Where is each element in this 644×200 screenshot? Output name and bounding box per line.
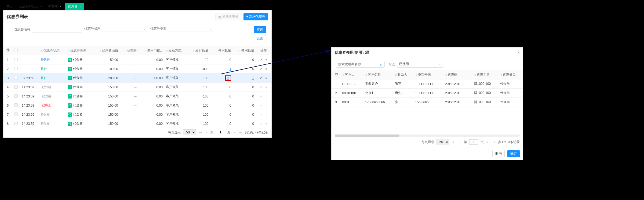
pagination: 每页显示 50 ⇤ ‹ 第 页 › ⇥ 共1页, 49条记录 [3,127,271,137]
qr-icon[interactable]: ⌗ [265,85,268,89]
table-row[interactable]: 4 14 23:59 已过期 代代金券 150.00 -- 0.00 客户领取 … [3,83,271,92]
close-icon[interactable]: × [40,5,42,8]
cancel-button[interactable]: 取消 [492,150,505,157]
col-discount[interactable]: ⇅折扣% [120,46,138,55]
col-coupon-code[interactable]: ⇅优惠码 [443,70,472,79]
status-badge: 已过期 [41,85,52,89]
col-cust-name[interactable]: ⇅客户名称 [363,70,393,79]
col-threshold[interactable]: ⇅使用门槛... [138,46,164,55]
close-icon[interactable]: × [60,5,61,8]
col-gear[interactable] [332,70,341,79]
share-icon: ↗ [259,104,263,107]
col-check[interactable] [12,46,20,55]
share-icon[interactable]: ↗ [259,76,263,80]
chevron-down-icon: ⌵ [210,27,212,30]
row-checkbox[interactable] [14,67,18,70]
horizontal-scrollbar[interactable] [335,134,520,137]
checkbox-all[interactable] [14,49,18,52]
table-row[interactable]: 1 待执行 代代金券 50.00 -- 0.00 客户领取 10 0 0 ↗⌗ [3,55,271,64]
table-row[interactable]: 8 14 23:59 待发布 代代金券 150.00 -- 0.00 客户领取 … [3,119,271,127]
col-type[interactable]: ⇅优惠券类型 [66,46,93,55]
tab-sales-order[interactable]: 销货单× [45,3,64,10]
col-type[interactable]: ⇅优惠券类 [499,70,523,79]
next-page-button[interactable]: › [232,130,236,134]
modal-title: 优惠券领用/使用记录 [335,50,370,55]
row-checkbox[interactable] [14,58,18,61]
confirm-button[interactable]: 确定 [507,150,520,157]
first-page-button[interactable]: ⇤ [198,130,203,134]
page-input[interactable] [216,130,225,135]
last-page-button[interactable]: ⇥ [491,140,496,144]
modal-status-select[interactable]: 已使用⌵ [397,61,443,68]
row-checkbox[interactable] [14,122,18,125]
qr-icon[interactable]: ⌗ [265,122,268,126]
coupon-type-icon: 代 [68,103,72,108]
last-page-button[interactable]: ⇥ [238,130,243,134]
table-row[interactable]: 2 00010001 北京1 唐先生 11111111111 2019120T0… [332,89,523,98]
row-checkbox[interactable] [14,112,18,116]
coupon-status-select[interactable]: ⌵ [102,26,148,31]
col-face[interactable]: ⇅优惠券面值 [93,46,120,55]
qr-icon[interactable]: ⌗ [265,94,268,98]
qr-icon[interactable]: ⌗ [265,104,268,107]
coupon-type-icon: 代 [68,94,72,99]
col-status[interactable]: ⇅优惠券状态 [39,46,66,55]
table-row[interactable]: 3 0001 17666666666 张 156 6666 ... 201912… [332,98,523,107]
settings-button[interactable]: 设置 [254,35,266,42]
col-subject[interactable]: ⇅优惠主题 [472,70,499,79]
row-checkbox[interactable] [14,94,18,98]
page-size-select[interactable]: 50 [436,139,449,145]
add-coupon-button[interactable]: 新增优惠券 [243,13,268,20]
tab-coupon-detail[interactable]: 优惠券详情页× [16,3,45,10]
coupon-name-input[interactable] [32,26,82,32]
table-row[interactable]: 2 执行中 代代金券 100.00 -- 0.00 客户领取 1000 1 0 … [3,64,271,74]
col-issue-qty[interactable]: ⇅发行数量 [187,46,210,55]
use-qty-link[interactable]: 1 [252,76,254,80]
prev-page-button[interactable]: ‹ [459,140,462,144]
claim-qty-link[interactable]: 3 [227,76,229,80]
col-gear[interactable] [3,46,12,55]
coupon-type-icon: 代 [68,85,72,89]
col-use-qty[interactable]: ⇅使用数量 [233,46,256,55]
page-size-select[interactable]: 50 [183,129,196,135]
col-issue-way[interactable]: ⇅发放方式 [164,46,187,55]
row-checkbox[interactable] [14,85,18,89]
qr-icon[interactable]: ⌗ [265,58,268,62]
coupon-type-icon: 代 [68,58,72,62]
coupon-table: ⇅优惠券状态 ⇅优惠券类型 ⇅优惠券面值 ⇅折扣% ⇅使用门槛... ⇅发放方式… [3,46,271,127]
tab-bar: 首页 优惠券详情页× 销货单× 优惠券× [3,3,84,10]
col-claim-qty[interactable]: ⇅领用数量 [210,46,233,55]
close-icon[interactable]: × [79,5,81,8]
usage-record-modal: 优惠券领用/使用记录 × ⌕ 状态 已使用⌵ ⇅客户... ⇅客户名称 ⇅联系人… [331,47,523,160]
col-cust-code[interactable]: ⇅客户... [341,70,363,79]
tab-home[interactable]: 首页 [3,3,16,10]
table-row[interactable]: 6 14 23:59 已终止 代代金券 150.00 -- 0.00 客户领取 … [3,101,271,110]
table-row[interactable]: 5 14 23:59 已过期 代代金券 150.00 -- 0.00 客户领取 … [3,92,271,101]
claim-qty-link[interactable]: 1 [230,67,231,71]
close-icon[interactable]: × [517,50,520,55]
row-checkbox[interactable] [14,76,18,79]
page-input[interactable] [469,139,478,145]
qr-icon[interactable]: ⌗ [265,113,268,117]
search-button[interactable]: 查询 [254,26,266,33]
next-page-button[interactable]: › [486,140,489,144]
col-ops: 操作 [256,46,271,55]
modal-pagination: 每页显示 50 ⇤ ‹ 第 页 › ⇥ 共1页, 3条记录 [332,137,523,147]
coupon-type-select[interactable]: ⌵ [168,26,214,31]
table-row[interactable]: 1 RETAIL... 零散客户 张三 11111111111 2019120T… [332,79,523,89]
prev-page-button[interactable]: ‹ [205,130,208,134]
row-checkbox[interactable] [14,103,18,107]
qr-icon[interactable]: ⌗ [265,76,268,80]
share-icon[interactable]: ↗ [259,58,263,62]
share-icon[interactable]: ↗ [259,67,263,71]
table-row[interactable]: 7 14 23:59 待发布 代代金券 150.00 -- 0.00 客户领取 … [3,110,271,119]
modal-search[interactable]: ⌕ [336,61,385,68]
tab-coupon[interactable]: 优惠券× [65,3,84,10]
search-icon[interactable]: ⌕ [380,62,382,66]
col-contact[interactable]: ⇅联系人 [393,70,414,79]
table-row[interactable]: 3 07 23:59 执行中 代代金券 200.00 -- 1000.00 客户… [3,74,271,83]
col-phone[interactable]: ⇅电话号码 [414,70,443,79]
first-page-button[interactable]: ⇤ [452,140,456,144]
modal-search-input[interactable] [338,62,379,66]
qr-icon[interactable]: ⌗ [265,67,268,71]
